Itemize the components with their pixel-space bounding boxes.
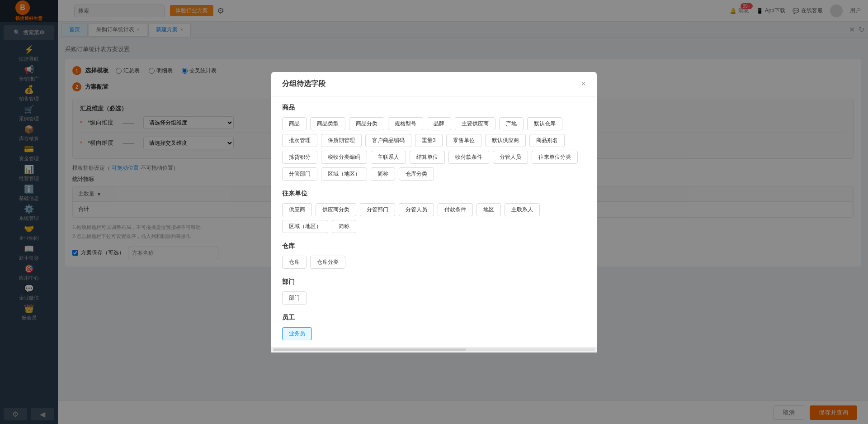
modal-body: 商品 商品 商品类型 商品分类 规格型号 品牌 主要供应商 产地 默认仓库 批次… xyxy=(271,96,597,347)
field-tag[interactable]: 保质期管理 xyxy=(321,134,362,147)
field-tag[interactable]: 分管部门 xyxy=(282,167,317,181)
field-tag[interactable]: 收付款条件 xyxy=(448,151,489,164)
field-group-department: 部门 部门 xyxy=(282,278,586,305)
h-scroll-thumb[interactable] xyxy=(273,348,466,351)
field-tag[interactable]: 区域（地区） xyxy=(321,167,367,181)
field-group-product-title: 商品 xyxy=(282,104,586,112)
field-tag[interactable]: 产地 xyxy=(499,117,524,130)
field-tag[interactable]: 简称 xyxy=(371,167,395,181)
field-tag[interactable]: 往来单位分类 xyxy=(532,151,578,164)
field-group-product-tags: 商品 商品类型 商品分类 规格型号 品牌 主要供应商 产地 默认仓库 批次管理 … xyxy=(282,117,586,181)
field-group-product: 商品 商品 商品类型 商品分类 规格型号 品牌 主要供应商 产地 默认仓库 批次… xyxy=(282,104,586,181)
modal-title: 分组待选字段 xyxy=(282,79,326,89)
modal-overlay[interactable]: 分组待选字段 × 商品 商品 商品类型 商品分类 规格型号 品牌 主要供应商 产… xyxy=(0,0,868,424)
field-tag[interactable]: 仓库分类 xyxy=(399,167,434,181)
field-tag[interactable]: 主联系人 xyxy=(505,203,540,216)
field-tag[interactable]: 主联系人 xyxy=(371,151,406,164)
field-tag[interactable]: 区域（地区） xyxy=(282,220,328,233)
field-tag[interactable]: 简称 xyxy=(332,220,356,233)
field-tag[interactable]: 商品 xyxy=(282,117,307,130)
field-tag[interactable]: 仓库分类 xyxy=(310,256,345,269)
field-tag[interactable]: 重量3 xyxy=(415,134,443,147)
field-tag[interactable]: 地区 xyxy=(476,203,501,216)
field-tag[interactable]: 分管人员 xyxy=(493,151,528,164)
field-group-employee: 员工 业务员 xyxy=(282,314,586,340)
field-group-warehouse-title: 仓库 xyxy=(282,242,586,250)
field-tag[interactable]: 客户商品编码 xyxy=(365,134,411,147)
field-group-employee-tags: 业务员 xyxy=(282,327,586,340)
field-tag[interactable]: 供应商分类 xyxy=(316,203,356,216)
field-tag[interactable]: 批次管理 xyxy=(282,134,317,147)
field-tag[interactable]: 结算单位 xyxy=(410,151,445,164)
field-tag[interactable]: 仓库 xyxy=(282,256,307,269)
field-group-warehouse-tags: 仓库 仓库分类 xyxy=(282,256,586,269)
field-tag[interactable]: 商品别名 xyxy=(529,134,565,147)
field-tag[interactable]: 税收分类编码 xyxy=(321,151,367,164)
field-group-partner-title: 往来单位 xyxy=(282,190,586,198)
field-group-partner: 往来单位 供应商 供应商分类 分管部门 分管人员 付款条件 地区 主联系人 区域… xyxy=(282,190,586,233)
field-group-employee-title: 员工 xyxy=(282,314,586,322)
field-tag[interactable]: 部门 xyxy=(282,291,307,305)
field-tag[interactable]: 默认供应商 xyxy=(485,134,526,147)
modal-horizontal-scrollbar[interactable] xyxy=(271,347,597,353)
field-tag[interactable]: 付款条件 xyxy=(438,203,473,216)
field-group-warehouse: 仓库 仓库 仓库分类 xyxy=(282,242,586,269)
field-tag[interactable]: 品牌 xyxy=(427,117,451,130)
field-tag[interactable]: 分管部门 xyxy=(360,203,395,216)
modal-header: 分组待选字段 × xyxy=(271,72,597,96)
field-tag[interactable]: 默认仓库 xyxy=(527,117,562,130)
field-tag[interactable]: 分管人员 xyxy=(399,203,434,216)
field-tag[interactable]: 主要供应商 xyxy=(455,117,495,130)
field-tag[interactable]: 商品分类 xyxy=(349,117,384,130)
field-tag[interactable]: 供应商 xyxy=(282,203,312,216)
field-tag[interactable]: 拣货积分 xyxy=(282,151,317,164)
field-group-department-title: 部门 xyxy=(282,278,586,286)
modal-close-button[interactable]: × xyxy=(581,79,586,89)
field-tag[interactable]: 零售单位 xyxy=(446,134,481,147)
modal-dialog: 分组待选字段 × 商品 商品 商品类型 商品分类 规格型号 品牌 主要供应商 产… xyxy=(271,72,597,353)
field-group-department-tags: 部门 xyxy=(282,291,586,305)
field-tag-salesperson[interactable]: 业务员 xyxy=(282,327,312,340)
field-tag[interactable]: 规格型号 xyxy=(388,117,423,130)
field-group-partner-tags: 供应商 供应商分类 分管部门 分管人员 付款条件 地区 主联系人 区域（地区） … xyxy=(282,203,586,233)
field-tag[interactable]: 商品类型 xyxy=(310,117,345,130)
